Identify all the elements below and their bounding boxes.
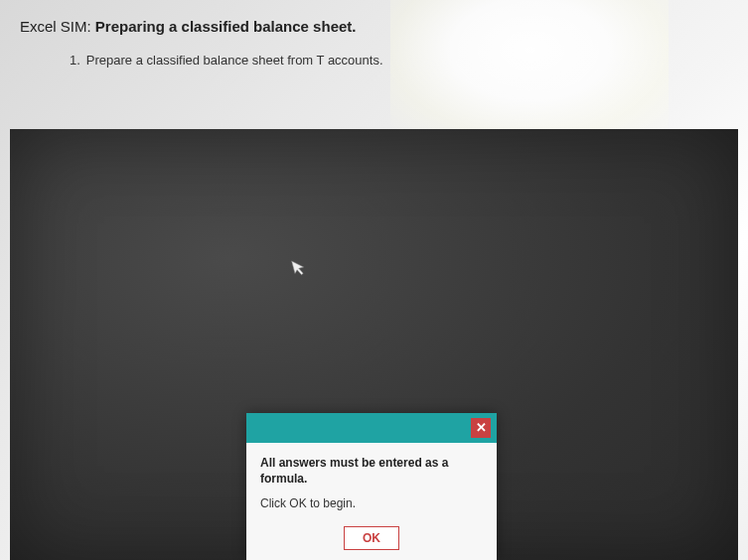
instruction-number: 1. (70, 53, 80, 68)
close-button[interactable]: ✕ (471, 418, 491, 438)
cursor-icon (290, 257, 309, 282)
dialog-message-secondary: Click OK to begin. (260, 496, 483, 510)
instruction-text: Prepare a classified balance sheet from … (86, 53, 383, 68)
title-prefix: Excel SIM: (20, 18, 95, 35)
page-title: Excel SIM: Preparing a classified balanc… (20, 18, 728, 35)
dialog-footer: OK (246, 520, 497, 560)
ok-button[interactable]: OK (344, 526, 399, 550)
start-dialog: ✕ All answers must be entered as a formu… (246, 413, 497, 560)
instruction-item: 1.Prepare a classified balance sheet fro… (0, 43, 748, 77)
title-main: Preparing a classified balance sheet. (95, 18, 357, 35)
excel-sim-canvas[interactable]: ✕ All answers must be entered as a formu… (10, 129, 738, 560)
close-icon: ✕ (476, 420, 487, 435)
dialog-body: All answers must be entered as a formula… (246, 443, 497, 520)
dialog-titlebar[interactable]: ✕ (246, 413, 497, 443)
page-header: Excel SIM: Preparing a classified balanc… (0, 0, 748, 43)
dialog-message-primary: All answers must be entered as a formula… (260, 455, 483, 487)
